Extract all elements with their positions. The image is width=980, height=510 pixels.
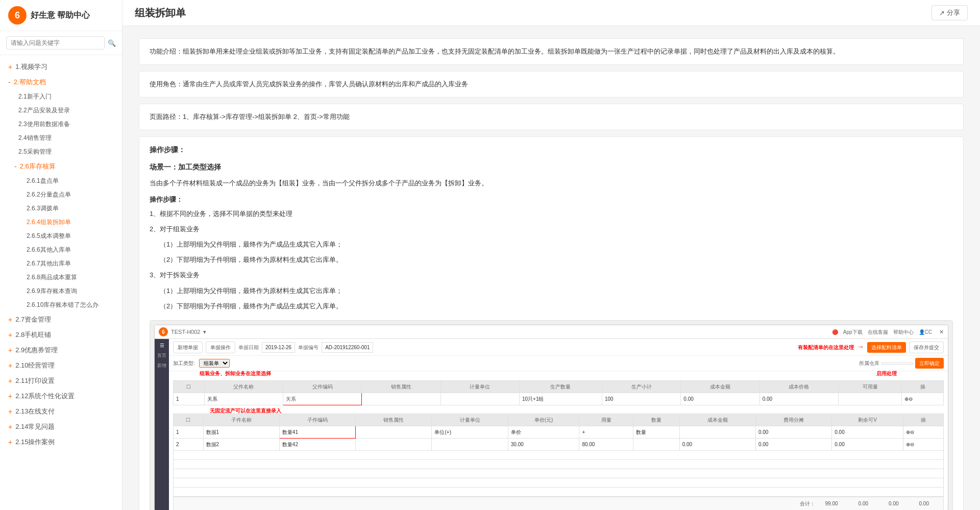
- fake-td-avail: [839, 393, 902, 405]
- fake-bth-op: 操: [903, 414, 943, 426]
- fake-logo: 6: [159, 327, 168, 336]
- sidebar-item-other-in[interactable]: 2.6.6其他入库单: [0, 243, 122, 257]
- search-input[interactable]: [6, 36, 105, 50]
- expand-icon: +: [8, 438, 12, 446]
- expand-icon: +: [8, 377, 12, 385]
- sidebar-item-label: 1.视频学习: [15, 62, 47, 71]
- step1: 1、根据不同的业务，选择不同单据的类型来处理: [150, 208, 953, 220]
- fake-btd-usage2: 80.00: [579, 439, 633, 451]
- sidebar-item-coupon[interactable]: + 2.9优惠券管理: [0, 343, 122, 358]
- fake-btd-attr: [356, 426, 432, 439]
- sidebar-item-label: 2.14常见问题: [15, 422, 55, 431]
- sidebar-item-payment[interactable]: + 2.13在线支付: [0, 404, 122, 419]
- sidebar-item-finance[interactable]: + 2.7资金管理: [0, 312, 122, 327]
- logo-bar: 6 好生意 帮助中心: [0, 0, 122, 31]
- search-bar: 🔍: [0, 31, 122, 55]
- fake-btd-idx: 1: [174, 426, 204, 439]
- fake-btd-cost2: 0.00: [679, 439, 755, 451]
- table-row: [174, 478, 944, 488]
- sidebar-item-label: 2.7资金管理: [15, 315, 51, 324]
- fake-th-price: 成本价格: [760, 381, 838, 393]
- sidebar-item-ledger-err[interactable]: 2.6.10库存账本错了怎么办: [0, 298, 122, 312]
- step2-1: （1）上部明细为父件明细，最终作为产成品生成其它入库单；: [160, 239, 953, 250]
- fake-bth-unit: 计量单位: [432, 414, 508, 426]
- fake-dropdown-icon: ▾: [203, 327, 206, 337]
- sidebar-item-cost-adj[interactable]: 2.6.5成本调整单: [0, 229, 122, 243]
- expand-icon: +: [8, 407, 12, 416]
- fake-th-code: 父件编码: [283, 381, 361, 393]
- fake-btd-remain: 0.00: [832, 426, 903, 439]
- sidebar-item-faq[interactable]: + 2.14常见问题: [0, 419, 122, 434]
- fake-titlebar: 6 TEST-H002 ▾ 🔴App下载在线客服帮助中心👤CC ✕: [155, 325, 948, 339]
- sidebar-item-docs[interactable]: - 2.帮助文档: [0, 75, 122, 90]
- sidebar-item-cost-recalc[interactable]: 2.6.8商品成本重算: [0, 271, 122, 284]
- sidebar-item-install[interactable]: 2.2产品安装及登录: [0, 104, 122, 117]
- sidebar-item-data-prep[interactable]: 2.3使用前数据准备: [0, 117, 122, 131]
- fake-enable-area: 所属仓库 立即确定: [859, 358, 944, 369]
- fake-footer-label: 合计：: [800, 499, 815, 508]
- table-row: 2 数据2 数量42 30.00 80.00: [174, 439, 944, 451]
- nav-tree: + 1.视频学习 - 2.帮助文档 2.1新手入门 2.2产品安装及登录 2.3…: [0, 55, 122, 510]
- fake-type-row: 加工类型: 组装单 拆卸单 组装业务、拆卸业务在这里选择: [169, 356, 948, 371]
- sidebar-item-other-out[interactable]: 2.6.7其他出库单: [0, 257, 122, 271]
- fake-annotation-enable: 启用处理: [876, 369, 897, 378]
- fake-bth-usage: 用量: [579, 414, 633, 426]
- sidebar-item-inventory[interactable]: - 2.6库存核算: [0, 159, 122, 174]
- sidebar-item-split-stocktake[interactable]: 2.6.2分量盘点单: [0, 188, 122, 202]
- breadcrumb-text: 页面路径：1、库存核算->库存管理->组装拆卸单 2、首页->常用功能: [150, 113, 350, 120]
- sidebar-item-mgmt[interactable]: + 2.10经营管理: [0, 358, 122, 373]
- sidebar-item-ledger[interactable]: 2.6.9库存账本查询: [0, 284, 122, 298]
- fake-bth-name: 子件名称: [203, 414, 279, 426]
- fake-num-val: AD-201912260-001: [322, 342, 373, 353]
- fake-th-qty: 生产数量: [519, 381, 602, 393]
- breadcrumb-block: 页面路径：1、库存核算->库存管理->组装拆卸单 2、首页->常用功能: [139, 104, 964, 130]
- sidebar-item-custom[interactable]: + 2.12系统个性化设置: [0, 388, 122, 404]
- fake-btd-cost: [679, 426, 755, 439]
- fake-th-name: 父件名称: [204, 381, 283, 393]
- sidebar-item-cases[interactable]: + 2.15操作案例: [0, 434, 122, 450]
- fake-date-label: 单据日期: [238, 343, 259, 352]
- step3: 3、对于拆装业务: [150, 270, 953, 281]
- fake-main: 新增单据 单据操作 单据日期 2019-12-26 单据编号 AD-201912…: [169, 339, 948, 510]
- search-icon[interactable]: 🔍: [108, 39, 116, 47]
- sidebar-item-mobile[interactable]: + 2.8手机旺铺: [0, 327, 122, 343]
- sidebar-item-sales[interactable]: 2.4销售管理: [0, 131, 122, 145]
- sidebar-item-purchase[interactable]: 2.5采购管理: [0, 145, 122, 159]
- screenshot-container: 6 TEST-H002 ▾ 🔴App下载在线客服帮助中心👤CC ✕: [150, 320, 953, 510]
- share-button[interactable]: ↗ 分享: [932, 5, 968, 20]
- fake-topnav: 🔴App下载在线客服帮助中心👤CC: [832, 328, 932, 336]
- fake-btd-code2: 数量42: [279, 439, 355, 451]
- fake-btd-unit2: [432, 439, 508, 451]
- sidebar-item-assembly[interactable]: 2.6.4组装拆卸单: [0, 215, 122, 229]
- fake-th-cost: 成本金额: [681, 381, 760, 393]
- fake-num-label: 单据编号: [298, 343, 318, 352]
- fake-btd-up: 单价: [508, 426, 579, 439]
- sidebar-item-print[interactable]: + 2.11打印设置: [0, 373, 122, 388]
- fake-bth-check: ☐: [174, 414, 204, 426]
- fake-right-actions: 有装配清单的在这里处理 → 选择配料清单 保存并提交: [798, 341, 944, 353]
- fake-bom-btn: 选择配料清单: [867, 342, 906, 353]
- table-row: 1 数据1 数量41 单位(+) 单价 + 数量: [174, 426, 944, 439]
- step3-2: （2）下部明细为子件明细，最终作为产成品生成其它入库单。: [160, 301, 953, 312]
- fake-btd-remain2: 0.00: [832, 439, 903, 451]
- fake-bottom-table-wrapper: 无固定流产可以在这里直接录入 ☐ 子件名称 子件编码 销售属性: [169, 407, 948, 510]
- fake-td-prodsub: 100: [602, 393, 681, 405]
- sidebar-item-newbie[interactable]: 2.1新手入门: [0, 90, 122, 104]
- fake-footer-v1: 99.00: [825, 499, 838, 508]
- sidebar-item-video[interactable]: + 1.视频学习: [0, 59, 122, 75]
- expand-icon: +: [8, 315, 12, 324]
- fake-top-table-wrapper: ☐ 父件名称 父件编码 销售属性 计量单位 生产数量 生产小计: [169, 380, 948, 407]
- expand-icon: +: [8, 331, 12, 339]
- sidebar-item-label: 2.12系统个性化设置: [15, 392, 75, 401]
- sidebar: 6 好生意 帮助中心 🔍 + 1.视频学习 - 2.帮助文档 2.1新手入门 2…: [0, 0, 122, 510]
- fake-app-window: 6 TEST-H002 ▾ 🔴App下载在线客服帮助中心👤CC ✕: [154, 325, 948, 510]
- collapse-icon: -: [14, 162, 17, 171]
- sidebar-item-transfer[interactable]: 2.6.3调拨单: [0, 202, 122, 215]
- fake-btd-idx2: 2: [174, 439, 204, 451]
- fake-save-btn: 保存并提交: [909, 342, 944, 353]
- page-title: 组装拆卸单: [135, 6, 186, 20]
- fake-type-select[interactable]: 组装单 拆卸单: [199, 359, 230, 368]
- fake-btd-qty2: [633, 439, 679, 451]
- sidebar-item-stocktake[interactable]: 2.6.1盘点单: [0, 174, 122, 188]
- fake-close-icon: ✕: [939, 327, 944, 337]
